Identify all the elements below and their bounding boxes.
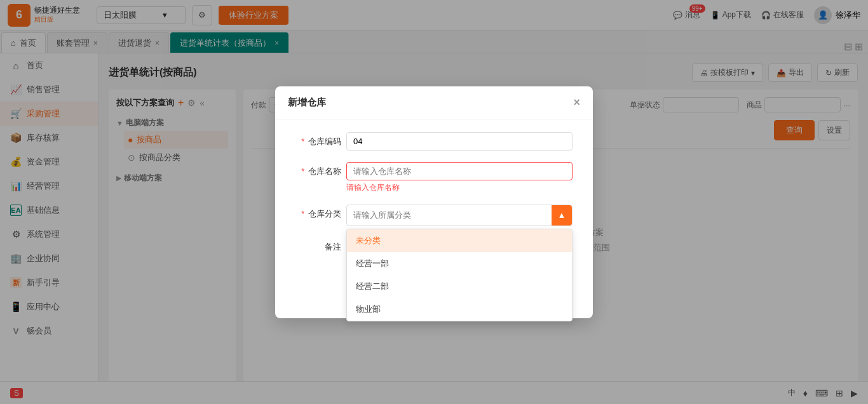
category-dropdown-toggle[interactable]: ▲	[552, 205, 572, 226]
dropdown-item-dept2[interactable]: 经营二部	[347, 275, 572, 298]
modal-header: 新增仓库 ×	[275, 86, 593, 119]
dropdown-item-none[interactable]: 未分类	[347, 229, 572, 252]
modal-close-button[interactable]: ×	[573, 97, 580, 108]
name-input-wrap: 请输入仓库名称	[346, 162, 573, 193]
name-input[interactable]	[346, 162, 573, 180]
dropdown-item-property[interactable]: 物业部	[347, 298, 572, 321]
name-label: * 仓库名称	[295, 162, 346, 177]
code-input-wrap	[346, 132, 573, 151]
dropdown-item-dept1[interactable]: 经营一部	[347, 252, 572, 275]
name-form-row: * 仓库名称 请输入仓库名称	[295, 162, 573, 193]
code-form-row: * 仓库编码	[295, 132, 573, 151]
category-input-wrap: ▲ 未分类 经营一部 经营二部 物业部	[346, 205, 573, 226]
modal-overlay[interactable]: 新增仓库 × * 仓库编码 * 仓库名称	[0, 0, 868, 404]
category-input-row: ▲	[346, 205, 573, 226]
code-label: * 仓库编码	[295, 132, 346, 147]
code-input[interactable]	[346, 132, 573, 151]
name-error-msg: 请输入仓库名称	[346, 182, 573, 193]
category-dropdown: 未分类 经营一部 经营二部 物业部	[346, 229, 573, 321]
category-label: * 仓库分类	[295, 205, 346, 220]
modal-title: 新增仓库	[288, 97, 326, 109]
note-label: 备注	[295, 238, 346, 253]
add-warehouse-modal: 新增仓库 × * 仓库编码 * 仓库名称	[275, 86, 593, 318]
modal-body: * 仓库编码 * 仓库名称 请输入仓库名称	[275, 119, 593, 278]
category-form-row: * 仓库分类 ▲ 未分类 经营一部 经营二部 物业部	[295, 205, 573, 226]
category-input[interactable]	[347, 206, 552, 224]
